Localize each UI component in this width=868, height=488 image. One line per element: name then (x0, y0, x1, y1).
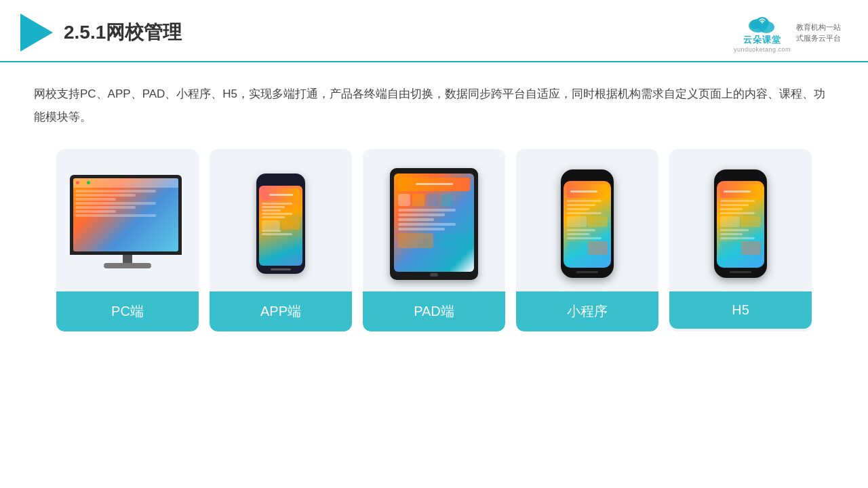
card-app-label: APP端 (210, 291, 352, 331)
logo-triangle-icon (20, 14, 53, 52)
card-h5-label: H5 (669, 291, 812, 329)
card-app: APP端 (210, 149, 352, 331)
card-pc-label: PC端 (56, 291, 199, 331)
card-pc: PC端 (56, 149, 199, 331)
header: 2.5.1网校管理 云朵课堂 yunduoketang.com (0, 0, 868, 62)
svg-point-4 (762, 22, 763, 24)
svg-point-3 (750, 20, 761, 29)
phone-app-icon (256, 174, 305, 274)
tablet-icon (390, 168, 478, 280)
card-pc-image (56, 149, 199, 291)
card-app-image (210, 149, 352, 291)
pc-monitor-icon (70, 175, 185, 273)
phone-miniapp-icon (561, 169, 614, 278)
page-title: 2.5.1网校管理 (64, 20, 182, 45)
header-left: 2.5.1网校管理 (20, 14, 182, 52)
header-right: 云朵课堂 yunduoketang.com 教育机构一站 式服务云平台 (734, 12, 841, 53)
phone-h5-icon (714, 169, 767, 278)
brand-logo: 云朵课堂 yunduoketang.com 教育机构一站 式服务云平台 (734, 12, 841, 53)
card-h5: H5 (669, 149, 812, 331)
cards-container: PC端 (34, 149, 834, 331)
card-pad-image (363, 149, 505, 291)
card-miniapp-label: 小程序 (516, 291, 658, 331)
card-h5-image (669, 149, 812, 291)
card-pad: PAD端 (363, 149, 505, 331)
brand-slogan: 教育机构一站 式服务云平台 (796, 22, 841, 44)
description-text: 网校支持PC、APP、PAD、小程序、H5，实现多端打通，产品各终端自由切换，数… (34, 83, 834, 129)
card-miniapp-image (516, 149, 658, 291)
card-miniapp: 小程序 (516, 149, 658, 331)
card-pad-label: PAD端 (363, 291, 505, 331)
cloud-icon: 云朵课堂 yunduoketang.com (734, 12, 791, 53)
brand-url: yunduoketang.com (734, 46, 791, 53)
brand-name: 云朵课堂 (743, 34, 781, 46)
main-content: 网校支持PC、APP、PAD、小程序、H5，实现多端打通，产品各终端自由切换，数… (0, 62, 868, 345)
